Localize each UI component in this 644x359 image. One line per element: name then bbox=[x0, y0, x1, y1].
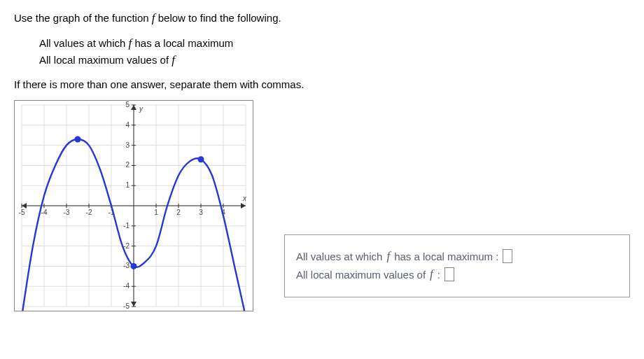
svg-marker-25 bbox=[22, 203, 27, 209]
svg-text:3: 3 bbox=[125, 141, 130, 149]
prompt-intro: Use the graph of the function f below to… bbox=[14, 11, 630, 25]
svg-text:-3: -3 bbox=[123, 262, 130, 269]
svg-text:-2: -2 bbox=[86, 209, 92, 216]
svg-text:5: 5 bbox=[125, 101, 130, 108]
answer-box: All values at which f has a local maximu… bbox=[284, 234, 630, 297]
svg-point-71 bbox=[131, 263, 137, 269]
page: Use the graph of the function f below to… bbox=[0, 0, 644, 321]
svg-text:2: 2 bbox=[125, 161, 130, 169]
svg-point-70 bbox=[75, 136, 81, 142]
answer-line-2: All local maximum values of f : bbox=[296, 267, 618, 281]
svg-text:-5: -5 bbox=[123, 302, 130, 310]
prompt-intro-pre: Use the graph of the function bbox=[14, 12, 152, 24]
prompt-bullet2: All local maximum values of f bbox=[39, 53, 630, 67]
svg-text:-4: -4 bbox=[41, 209, 48, 216]
svg-text:y: y bbox=[139, 105, 144, 113]
svg-text:-5: -5 bbox=[19, 209, 25, 216]
answer1-input[interactable] bbox=[503, 249, 512, 263]
bullet1-post: has a local maximum bbox=[132, 37, 233, 49]
answer2-f: f bbox=[430, 267, 433, 281]
prompt-separator: If there is more than one answer, separa… bbox=[14, 78, 630, 90]
answer2-post: : bbox=[438, 269, 440, 281]
svg-text:-1: -1 bbox=[123, 222, 130, 230]
answer2-pre: All local maximum values of bbox=[296, 269, 426, 281]
prompt-bullet1: All values at which f has a local maximu… bbox=[39, 36, 630, 50]
answer2-input[interactable] bbox=[444, 267, 454, 281]
svg-text:-3: -3 bbox=[64, 209, 70, 216]
svg-text:3: 3 bbox=[199, 209, 203, 216]
svg-marker-24 bbox=[241, 203, 246, 209]
bullet2-pre: All local maximum values of bbox=[39, 54, 172, 66]
svg-text:-4: -4 bbox=[123, 282, 130, 290]
graph: -5-4-3-2-11234-5-4-3-2-112345yx bbox=[14, 100, 253, 311]
answer1-post: has a local maximum : bbox=[394, 251, 498, 262]
svg-marker-26 bbox=[131, 105, 136, 110]
svg-text:1: 1 bbox=[125, 181, 130, 189]
bullet1-pre: All values at which bbox=[39, 37, 129, 49]
svg-text:x: x bbox=[242, 195, 247, 202]
content-row: -5-4-3-2-11234-5-4-3-2-112345yx All valu… bbox=[14, 94, 630, 311]
bullet2-f: f bbox=[172, 53, 175, 66]
answer1-f: f bbox=[386, 249, 390, 263]
answer1-pre: All values at which bbox=[296, 251, 382, 262]
prompt-intro-post: below to find the following. bbox=[155, 12, 281, 24]
svg-text:1: 1 bbox=[154, 209, 158, 216]
svg-point-72 bbox=[198, 156, 204, 162]
svg-text:2: 2 bbox=[176, 209, 181, 216]
svg-text:4: 4 bbox=[125, 121, 130, 129]
graph-svg: -5-4-3-2-11234-5-4-3-2-112345yx bbox=[15, 101, 253, 311]
svg-marker-27 bbox=[131, 302, 136, 307]
answer-line-1: All values at which f has a local maximu… bbox=[296, 249, 618, 263]
